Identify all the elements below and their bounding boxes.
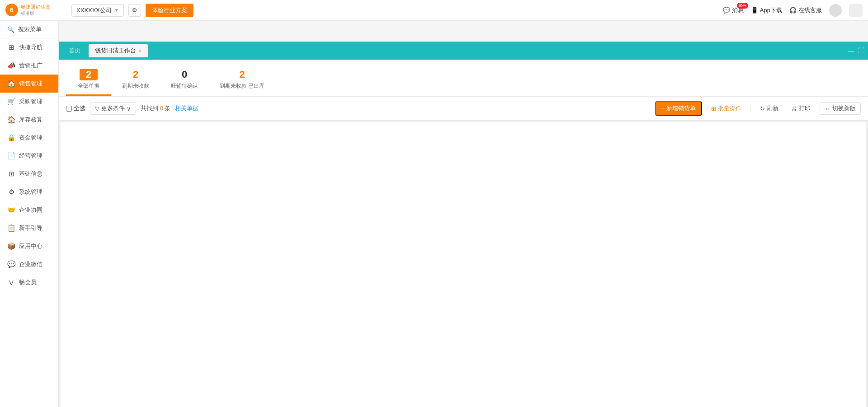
new-sales-order-button[interactable]: + 新增销货单 xyxy=(655,101,702,116)
guide-icon: 📋 xyxy=(7,224,15,232)
gear-icon: ⚙ xyxy=(132,7,137,14)
sidebar-item-inventory[interactable]: 🏠 库存核算 xyxy=(0,111,58,129)
corp-wx-icon: 💬 xyxy=(7,260,15,268)
found-count: 0 xyxy=(160,105,163,112)
sidebar-item-app-center[interactable]: 📦 应用中心 xyxy=(0,237,58,255)
stat-number-overdue-out: 2 xyxy=(233,69,251,80)
toolbar-left: 全选 ▽ 更多条件 ∨ 共找到 0 条 相关单据 xyxy=(66,102,651,115)
found-text: 共找到 0 条 xyxy=(141,104,170,112)
print-button[interactable]: 🖨 打印 xyxy=(788,103,814,114)
enterprise-icon: 🤝 xyxy=(7,206,15,214)
sidebar-item-capital[interactable]: 🔒 资金管理 xyxy=(0,129,58,147)
tab-active[interactable]: 钱货日清工作台 × xyxy=(89,44,148,57)
refresh-button[interactable]: ↻ 刷新 xyxy=(756,103,782,114)
experience-button[interactable]: 体验行业方案 xyxy=(146,4,193,17)
sidebar-item-corp-wx[interactable]: 💬 企业微信 xyxy=(0,255,58,273)
switch-icon: ↔ xyxy=(825,105,830,112)
main-content: 首页 钱货日清工作台 × — ⛶ 2 全部单据 2 到期未收款 0 旺辅待确认 xyxy=(59,42,868,407)
sidebar-item-member[interactable]: V 畅会员 xyxy=(0,273,58,291)
sidebar-item-purchase[interactable]: 🛒 采购管理 xyxy=(0,93,58,111)
capital-icon: 🔒 xyxy=(7,134,15,142)
stat-tab-all[interactable]: 2 全部单据 xyxy=(66,65,111,96)
app-name: 畅捷通好生意 xyxy=(21,4,51,10)
inventory-icon: 🏠 xyxy=(7,116,15,124)
avatar[interactable] xyxy=(829,4,842,17)
sidebar-item-operation[interactable]: 📄 经营管理 xyxy=(0,147,58,165)
company-selector[interactable]: XXXXXX公司 ▼ xyxy=(71,4,124,17)
app-version: 标准版 xyxy=(21,10,51,17)
page-area: 2 全部单据 2 到期未收款 0 旺辅待确认 2 到期未收款 已出库 全选 xyxy=(59,60,868,407)
top-header: 6 畅捷通好生意 标准版 XXXXXX公司 ▼ ⚙ 体验行业方案 💬 消息 99… xyxy=(0,0,868,21)
tab-active-label: 钱货日清工作台 xyxy=(95,47,136,55)
message-badge: 99+ xyxy=(737,3,748,9)
stat-tab-overdue-out[interactable]: 2 到期未收款 已出库 xyxy=(209,65,275,96)
sidebar-item-sales[interactable]: 🏠 销售管理 xyxy=(0,75,58,93)
logo-area: 6 畅捷通好生意 标准版 xyxy=(5,4,64,16)
tab-bar: 首页 钱货日清工作台 × — ⛶ xyxy=(59,42,868,60)
stat-label-pending: 旺辅待确认 xyxy=(171,82,198,90)
operation-icon: 📄 xyxy=(7,152,15,160)
message-button[interactable]: 💬 消息 99+ xyxy=(723,6,744,14)
header-middle: XXXXXX公司 ▼ ⚙ 体验行业方案 xyxy=(64,4,723,17)
stat-label-all: 全部单据 xyxy=(78,82,99,90)
sidebar-item-guide[interactable]: 📋 新手引导 xyxy=(0,219,58,237)
stat-tab-pending[interactable]: 0 旺辅待确认 xyxy=(160,65,209,96)
toolbar-right: + 新增销货单 ⊞ 批量操作 ↻ 刷新 🖨 打印 ↔ 切换新版 xyxy=(655,101,861,116)
stat-number-overdue: 2 xyxy=(127,69,145,80)
tab-close-icon[interactable]: × xyxy=(139,48,142,53)
sales-icon: 🏠 xyxy=(7,80,15,88)
tab-maximize-icon[interactable]: ⛶ xyxy=(858,47,864,54)
sidebar-item-quick-nav[interactable]: ⊞ 快捷导航 xyxy=(0,38,58,56)
quick-nav-icon: ⊞ xyxy=(7,43,15,51)
sidebar-item-marketing[interactable]: 📣 营销推广 xyxy=(0,56,58,75)
stat-number-all: 2 xyxy=(80,69,98,80)
toolbar-divider xyxy=(750,105,751,112)
logo-icon: 6 xyxy=(5,4,18,16)
online-service-button[interactable]: 🎧 在线客服 xyxy=(789,6,822,14)
sidebar-item-enterprise[interactable]: 🤝 企业协同 xyxy=(0,201,58,219)
stats-tabs: 2 全部单据 2 到期未收款 0 旺辅待确认 2 到期未收款 已出库 xyxy=(59,60,868,97)
search-icon: 🔍 xyxy=(7,26,14,33)
service-icon: 🎧 xyxy=(789,7,797,14)
company-name: XXXXXX公司 xyxy=(76,6,112,14)
app-center-icon: 📦 xyxy=(7,242,15,250)
switch-version-button[interactable]: ↔ 切换新版 xyxy=(820,102,861,115)
download-icon: 📱 xyxy=(751,7,758,14)
stat-label-overdue: 到期未收款 xyxy=(122,82,149,90)
member-icon: V xyxy=(7,279,15,286)
sidebar-item-system[interactable]: ⚙ 系统管理 xyxy=(0,183,58,201)
select-all-input[interactable] xyxy=(66,106,72,112)
table-area xyxy=(61,122,866,407)
filter-icon: ▽ xyxy=(95,105,99,112)
tab-minimize-icon[interactable]: — xyxy=(848,47,854,54)
company-dropdown-icon: ▼ xyxy=(114,8,119,13)
toolbar: 全选 ▽ 更多条件 ∨ 共找到 0 条 相关单据 + 新增销货单 ⊞ 批 xyxy=(59,97,868,121)
tab-bar-right: — ⛶ xyxy=(848,47,864,54)
refresh-icon: ↻ xyxy=(760,105,765,112)
basic-info-icon: ⊞ xyxy=(7,170,15,178)
sidebar: 🔍 搜索菜单 ⊞ 快捷导航 📣 营销推广 🏠 销售管理 🛒 采购管理 🏠 库存核… xyxy=(0,21,59,407)
settings-button[interactable]: ⚙ xyxy=(128,4,141,17)
system-icon: ⚙ xyxy=(7,188,15,196)
app-download-button[interactable]: 📱 App下载 xyxy=(751,6,782,14)
tab-home[interactable]: 首页 xyxy=(62,44,87,57)
stat-tab-overdue[interactable]: 2 到期未收款 xyxy=(111,65,160,96)
select-all-checkbox[interactable]: 全选 xyxy=(66,104,85,112)
print-icon: 🖨 xyxy=(791,105,797,112)
message-icon: 💬 xyxy=(723,7,730,14)
select-all-label: 全选 xyxy=(74,104,85,112)
header-right: 💬 消息 99+ 📱 App下载 🎧 在线客服 xyxy=(723,4,863,17)
batch-icon: ⊞ xyxy=(711,105,716,112)
batch-operation-button[interactable]: ⊞ 批量操作 xyxy=(708,103,745,114)
marketing-icon: 📣 xyxy=(7,61,15,70)
stat-number-pending: 0 xyxy=(175,69,193,80)
sidebar-search[interactable]: 🔍 搜索菜单 xyxy=(0,21,58,38)
related-records-button[interactable]: 相关单据 xyxy=(175,104,198,112)
sidebar-item-basic-info[interactable]: ⊞ 基础信息 xyxy=(0,165,58,183)
filter-button[interactable]: ▽ 更多条件 ∨ xyxy=(90,102,136,115)
purchase-icon: 🛒 xyxy=(7,98,15,106)
filter-arrow-icon: ∨ xyxy=(127,105,131,112)
user-menu[interactable] xyxy=(849,4,863,17)
stat-label-overdue-out: 到期未收款 已出库 xyxy=(220,82,264,90)
